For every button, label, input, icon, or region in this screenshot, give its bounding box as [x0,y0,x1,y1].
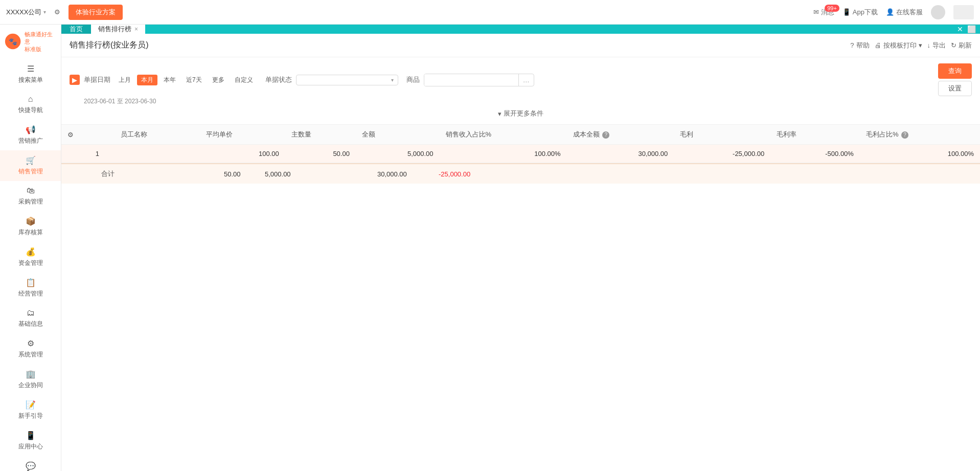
sidebar-icon-operations: 📋 [26,278,36,287]
td-settings [61,145,80,163]
tab-home[interactable]: 首页 [61,25,91,34]
sidebar-label-search-order: 搜索菜单 [18,76,43,84]
expand-conditions-button[interactable]: ▾ 展开更多条件 [70,109,972,118]
th-cost: 成本全额 ? [567,125,674,145]
print-button[interactable]: 🖨 按模板打印 ▾ [875,41,922,50]
td-profit-pct: 100.00% [860,145,980,163]
filter-indicator[interactable]: ▶ [70,75,80,85]
sidebar-icon-inventory: 📦 [26,216,36,226]
refresh-label: 刷新 [959,41,972,50]
sidebar-icon-basic-info: 🗂 [27,308,35,318]
sidebar-item-purchase[interactable]: 🛍采购管理 [0,181,61,211]
sidebar-item-quick-nav[interactable]: ⌂快捷导航 [0,89,61,120]
sidebar-icon-sales: 🛒 [26,155,36,165]
date-opt-custom[interactable]: 自定义 [231,75,257,85]
cost-hint-icon[interactable]: ? [602,131,609,139]
date-range-display: 2023-06-01 至 2023-06-30 [70,97,972,106]
logo-text: 畅康通好生意 标准版 [25,31,57,53]
print-icon: 🖨 [875,41,881,49]
status-filter-label: 单据状态 [265,75,292,84]
tab-close-icon[interactable]: × [134,26,138,33]
tab-close-all-icon[interactable]: ✕ [957,25,963,33]
sidebar-item-finance[interactable]: 💰资金管理 [0,242,61,273]
tab-active-label: 销售排行榜 [98,25,131,34]
trial-button[interactable]: 体验行业方案 [69,5,123,20]
sidebar-icon-app-center: 📱 [26,431,36,440]
th-amount: 全额 [356,125,440,145]
export-icon: ↓ [927,41,931,49]
date-opt-this-year[interactable]: 本年 [159,75,180,85]
status-chevron-icon: ▾ [391,77,394,83]
footer-amount: 5,000.00 [265,170,316,178]
query-button[interactable]: 查询 [938,63,972,79]
sidebar-icon-quick-nav: ⌂ [28,95,33,104]
date-opt-this-month[interactable]: 本月 [137,75,157,85]
print-label: 按模板打印 [883,41,917,50]
table-body: 1 100.00 50.00 5,000.00 100.00% 30,000.0… [61,145,980,163]
sidebar-icon-purchase: 🛍 [27,186,35,195]
profit-pct-hint-icon[interactable]: ? [901,131,908,139]
date-opt-last-month[interactable]: 上月 [115,75,135,85]
page-header: 销售排行榜(按业务员) ? 帮助 🖨 按模板打印 ▾ ↓ 导出 [61,34,980,57]
sidebar-item-system[interactable]: ⚙系统管理 [0,333,61,364]
app-download-button[interactable]: 📱 App下载 [842,8,878,17]
refresh-button[interactable]: ↻ 刷新 [951,41,972,50]
logo-area: 🐾 畅康通好生意 标准版 [0,25,61,59]
td-cost: 30,000.00 [567,145,674,163]
sidebar-item-basic-info[interactable]: 🗂基础信息 [0,303,61,333]
th-avg-price: 平均单价 [200,125,285,145]
sidebar-item-enterprise-wechat[interactable]: 💬企业微信 [0,456,61,471]
th-rank [80,125,115,145]
export-button[interactable]: ↓ 导出 [927,41,946,50]
date-opt-more[interactable]: 更多 [208,75,229,85]
th-name: 员工名称 [115,125,200,145]
settings-button[interactable]: 设置 [938,81,972,96]
help-icon: ? [850,41,854,49]
tab-home-label: 首页 [70,25,83,34]
online-service-button[interactable]: 👤 在线客服 [886,8,923,17]
th-sales-pct: 销售收入占比% [440,125,567,145]
sidebar-item-app-center[interactable]: 📱应用中心 [0,425,61,456]
footer-qty: 50.00 [224,170,265,178]
user-name-area [953,5,974,19]
sidebar-label-system: 系统管理 [18,350,43,359]
goods-filter: 商品 … [406,74,534,86]
sidebar-icon-marketing: 📢 [26,125,36,134]
sidebar-label-marketing: 营销推广 [18,137,43,145]
th-profit-pct: 毛利占比% ? [860,125,980,145]
online-service-label: 在线客服 [896,8,923,17]
th-settings[interactable]: ⚙ [61,125,80,145]
sidebar-item-operations[interactable]: 📋经营管理 [0,273,61,303]
avatar[interactable] [931,5,945,19]
sidebar-item-search-order[interactable]: ☰搜索菜单 [0,59,61,89]
date-opt-7days[interactable]: 近7天 [182,75,206,85]
svg-text:🐾: 🐾 [9,37,17,46]
message-button[interactable]: ✉ 消息 99+ [813,8,834,17]
tab-maximize-icon[interactable]: ⬜ [967,25,976,33]
table-header: ⚙ 员工名称 平均单价 主数量 全额 销售收入占比% 成本全额 ? 毛利 毛利率… [61,125,980,145]
page-header-actions: ? 帮助 🖨 按模板打印 ▾ ↓ 导出 ↻ 刷新 [850,41,972,50]
sidebar-label-basic-info: 基础信息 [18,320,43,328]
status-select[interactable]: ▾ [296,75,398,85]
help-button[interactable]: ? 帮助 [850,41,869,50]
company-selector[interactable]: XXXXX公司 ▾ [6,8,46,17]
date-filter-label: 单据日期 [84,75,110,84]
table-area: ⚙ 员工名称 平均单价 主数量 全额 销售收入占比% 成本全额 ? 毛利 毛利率… [61,125,980,163]
data-table: ⚙ 员工名称 平均单价 主数量 全额 销售收入占比% 成本全额 ? 毛利 毛利率… [61,125,980,163]
sidebar-item-inventory[interactable]: 📦库存核算 [0,211,61,242]
sidebar-item-guide[interactable]: 📝新手引导 [0,395,61,425]
header-right: ✉ 消息 99+ 📱 App下载 👤 在线客服 [813,5,974,19]
expand-label: 展开更多条件 [504,109,543,118]
help-label: 帮助 [856,41,870,50]
goods-input[interactable] [424,74,518,86]
filter-area: ▶ 单据日期 上月 本月 本年 近7天 更多 自定义 单据状态 [61,57,980,125]
sidebar-item-sales[interactable]: 🛒销售管理 [0,150,61,181]
message-badge: 99+ [825,5,839,12]
layout: 🐾 畅康通好生意 标准版 ☰搜索菜单⌂快捷导航📢营销推广🛒销售管理🛍采购管理📦库… [0,25,980,471]
tab-active[interactable]: 销售排行榜 × [91,25,145,34]
sidebar-item-enterprise-collab[interactable]: 🏢企业协同 [0,364,61,395]
goods-more-icon[interactable]: … [518,74,534,86]
settings-icon[interactable]: ⚙ [50,5,64,19]
sidebar-label-finance: 资金管理 [18,259,43,267]
sidebar-item-marketing[interactable]: 📢营销推广 [0,120,61,150]
